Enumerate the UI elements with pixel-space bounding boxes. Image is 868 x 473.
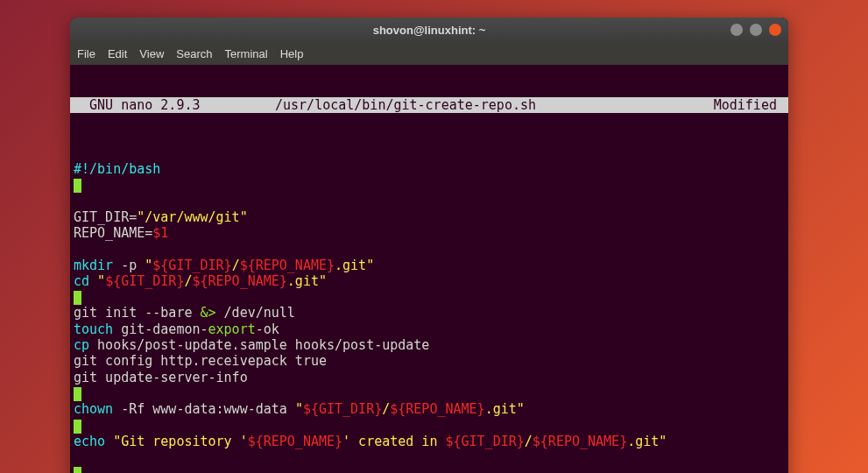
menu-file[interactable]: File bbox=[77, 47, 95, 60]
nano-status: Modified bbox=[714, 97, 785, 113]
code-string: / bbox=[382, 401, 390, 417]
code-var: ${REPO_NAME} bbox=[240, 258, 335, 273]
code-text: git init --bare bbox=[74, 305, 201, 321]
code-var: ${REPO_NAME} bbox=[390, 401, 484, 417]
minimize-icon[interactable] bbox=[730, 24, 743, 36]
code-text: www-data bbox=[224, 401, 295, 417]
code-string: / bbox=[232, 258, 240, 273]
title-bar: shovon@linuxhint: ~ bbox=[70, 18, 788, 42]
code-string: " bbox=[97, 273, 105, 289]
code-string: .git" bbox=[287, 273, 327, 289]
code-var: ${GIT_DIR} bbox=[303, 401, 382, 417]
menu-bar: File Edit View Search Terminal Help bbox=[70, 42, 788, 65]
code-text: = bbox=[145, 225, 152, 241]
code-cmd: cp bbox=[74, 337, 89, 353]
code-var: ${REPO_NAME} bbox=[248, 434, 342, 449]
code-string: " bbox=[145, 258, 152, 273]
menu-view[interactable]: View bbox=[139, 47, 164, 60]
menu-edit[interactable]: Edit bbox=[108, 47, 127, 60]
code-var: ${GIT_DIR} bbox=[152, 258, 231, 273]
code-string: "/var/www/git" bbox=[137, 209, 247, 225]
code-text: git update-server-info bbox=[74, 370, 248, 385]
code-text: GIT_DIR bbox=[74, 209, 129, 225]
code-text: git config http.receivepack true bbox=[74, 353, 327, 369]
cursor-block bbox=[74, 387, 81, 401]
cursor-block bbox=[74, 179, 81, 193]
code-string: / bbox=[525, 434, 533, 449]
code-op: &> bbox=[201, 305, 216, 321]
code-string: .git" bbox=[485, 401, 525, 417]
code-text: : bbox=[216, 401, 224, 417]
code-var: ${REPO_NAME} bbox=[192, 273, 286, 289]
code-string: ' created in bbox=[342, 434, 445, 449]
close-icon[interactable] bbox=[769, 24, 781, 36]
cursor-block bbox=[74, 467, 81, 473]
shebang-line: #!/bin/bash bbox=[74, 161, 160, 177]
code-text bbox=[105, 434, 113, 449]
code-cmd: chown bbox=[74, 401, 113, 417]
editor-content[interactable]: #!/bin/bash GIT_DIR="/var/www/git" REPO_… bbox=[70, 145, 788, 473]
code-string: " bbox=[295, 401, 303, 417]
code-text: hooks/post-update.sample hooks/post-upda… bbox=[89, 337, 429, 353]
code-var: ${GIT_DIR} bbox=[445, 434, 524, 449]
code-string: .git" bbox=[335, 258, 374, 273]
code-text: /dev/null bbox=[216, 305, 295, 321]
code-text: git-daemon- bbox=[113, 321, 208, 337]
menu-search[interactable]: Search bbox=[176, 47, 212, 60]
code-cmd: echo bbox=[74, 434, 105, 449]
window-controls bbox=[730, 24, 781, 36]
code-cmd: touch bbox=[74, 321, 113, 337]
maximize-icon[interactable] bbox=[750, 24, 762, 36]
menu-terminal[interactable]: Terminal bbox=[225, 47, 268, 60]
code-var: $1 bbox=[152, 225, 168, 241]
menu-help[interactable]: Help bbox=[280, 47, 304, 60]
code-kw: export bbox=[208, 321, 256, 337]
window-title: shovon@linuxhint: ~ bbox=[373, 24, 486, 37]
cursor-block bbox=[74, 291, 81, 305]
terminal-window: shovon@linuxhint: ~ File Edit View Searc… bbox=[70, 18, 788, 473]
cursor-block bbox=[74, 420, 81, 434]
nano-header: GNU nano 2.9.3 /usr/local/bin/git-create… bbox=[70, 97, 788, 113]
code-text: -ok bbox=[256, 321, 279, 337]
code-text bbox=[89, 273, 97, 289]
code-text: REPO_NAME bbox=[74, 225, 145, 241]
code-text: -Rf www-data bbox=[113, 401, 215, 417]
code-var: ${REPO_NAME} bbox=[533, 434, 627, 449]
code-var: ${GIT_DIR} bbox=[105, 273, 184, 289]
code-text: -p bbox=[113, 258, 145, 273]
code-string: .git" bbox=[627, 434, 667, 449]
code-cmd: mkdir bbox=[74, 258, 113, 273]
code-string: "Git repository ' bbox=[113, 434, 248, 449]
nano-version: GNU nano 2.9.3 bbox=[74, 97, 231, 113]
terminal-body[interactable]: GNU nano 2.9.3 /usr/local/bin/git-create… bbox=[70, 65, 788, 473]
code-cmd: cd bbox=[74, 273, 89, 289]
code-text: = bbox=[129, 209, 137, 225]
nano-filepath: /usr/local/bin/git-create-repo.sh bbox=[231, 97, 714, 113]
